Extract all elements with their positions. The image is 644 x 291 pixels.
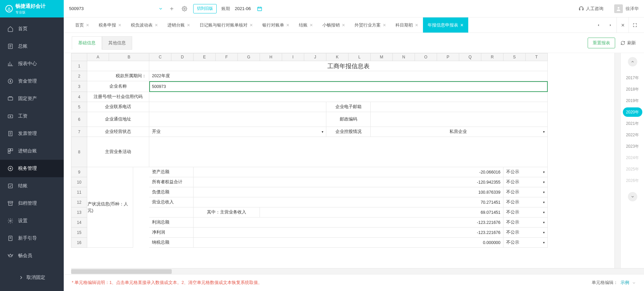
tab-next-button[interactable] [604,17,616,33]
nav-item-invoice[interactable]: 发票管理 [0,125,64,142]
cell[interactable]: 净利润 [149,228,194,238]
consult-button[interactable]: 人工咨询 [579,6,603,12]
cell[interactable]: 企业控股情况 [326,127,371,137]
company-select[interactable]: 500973 [69,4,163,14]
inner-tab-basic[interactable]: 基础信息 [72,36,102,50]
nav-item-gear[interactable]: 设置 [0,212,64,230]
cell[interactable]: 负债总额 [149,187,194,197]
close-icon[interactable]: ✕ [86,23,89,28]
publicity-select[interactable]: 不公示▾ [503,197,548,207]
nav-item-ledger[interactable]: 总账 [0,38,64,55]
year-2026年[interactable]: 2026年 [623,176,642,185]
nav-item-money[interactable]: 资金管理 [0,72,64,90]
switch-old-version-button[interactable]: 切到旧版 [193,4,217,13]
year-2019年[interactable]: 2019年 [623,96,642,105]
nav-item-chart[interactable]: 报表中心 [0,55,64,72]
company-name-cell[interactable]: 500973 [149,81,548,92]
year-2023年[interactable]: 2023年 [623,142,642,151]
cell[interactable]: -120.942355 [194,177,503,187]
row-header-11[interactable]: 11 [71,187,87,197]
tab-4[interactable]: 日记账与银行对账单核对✕ [195,17,258,33]
col-header-T[interactable]: T [526,53,548,61]
publicity-select[interactable]: 不公示▾ [503,207,548,217]
cell[interactable]: 2022年度 [149,71,548,81]
nav-item-archive[interactable]: 归档管理 [0,195,64,212]
cell[interactable]: 利润总额 [149,217,194,228]
col-header-O[interactable]: O [415,53,437,61]
tab-6[interactable]: 结账✕ [294,17,318,33]
cell[interactable]: 纳税总额 [149,238,194,248]
year-up-button[interactable] [628,57,637,66]
sheet-corner[interactable] [71,53,87,61]
cell[interactable]: 所有者权益合计 [149,177,194,187]
cell[interactable] [149,102,326,112]
nav-item-guide[interactable]: 新手引导 [0,230,64,247]
col-header-F[interactable]: F [216,53,238,61]
year-2021年[interactable]: 2021年 [623,119,642,128]
tab-1[interactable]: 税务申报✕ [94,17,126,33]
row-header-9[interactable]: 9 [71,167,87,177]
tab-7[interactable]: 小畅报销✕ [318,17,350,33]
example-link[interactable]: 示例 [621,280,629,286]
tab-10[interactable]: 年报信息申报表✕ [423,17,468,33]
cell[interactable]: -20.066016 [194,167,503,177]
row-header-8[interactable]: 8 [71,137,87,167]
horizontal-scrollbar[interactable] [71,268,644,274]
close-icon[interactable]: ✕ [342,23,345,28]
cell[interactable]: 注册号/统一社会信用代码 [87,92,149,102]
col-header-N[interactable]: N [393,53,415,61]
vertical-scrollbar[interactable] [614,53,621,268]
calendar-icon[interactable] [257,6,262,11]
fullscreen-button[interactable] [629,17,641,33]
cell[interactable]: 资产总额 [149,167,194,177]
row-header-13[interactable]: 13 [71,207,87,217]
row-header-6[interactable]: 6 [71,112,87,127]
col-header-A[interactable]: A [87,53,109,61]
row-header-4[interactable]: 4 [71,92,87,102]
biz-status-select[interactable]: 开业▾ [149,127,326,137]
close-icon[interactable]: ✕ [383,23,386,28]
year-2024年[interactable]: 2024年 [623,153,642,162]
cell[interactable] [149,112,326,127]
row-header-10[interactable]: 10 [71,177,87,187]
cell[interactable]: 0.000000 [194,238,503,248]
row-header-5[interactable]: 5 [71,102,87,112]
cell[interactable] [149,137,548,167]
nav-item-asset[interactable]: 固定资产 [0,90,64,107]
close-icon[interactable]: ✕ [187,23,190,28]
publicity-select[interactable]: 不公示▾ [503,187,548,197]
cell[interactable] [371,112,548,127]
col-header-C[interactable]: C [149,53,171,61]
close-icon[interactable]: ✕ [415,23,418,28]
cell[interactable] [371,102,548,112]
publicity-select[interactable]: 不公示▾ [503,217,548,228]
cell[interactable]: 企业联系电话 [87,102,149,112]
nav-item-home[interactable]: 首页 [0,20,64,38]
nav-item-salary[interactable]: 工资 [0,107,64,125]
spreadsheet[interactable]: ABCDEFGHIJKLMNOPQRST1工商年报信息表2税款所属期间：2022… [71,53,614,263]
col-header-L[interactable]: L [348,53,371,61]
row-header-2[interactable]: 2 [71,71,87,81]
year-2025年[interactable]: 2025年 [623,164,642,174]
reset-report-button[interactable]: 重置报表 [588,38,615,48]
nav-item-vip[interactable]: 畅会员 [0,247,64,264]
col-header-E[interactable]: E [194,53,216,61]
col-header-H[interactable]: H [260,53,282,61]
cell[interactable] [149,92,548,102]
row-header-15[interactable]: 15 [71,228,87,238]
col-header-R[interactable]: R [481,53,503,61]
refresh-button[interactable]: 刷新 [621,40,636,46]
tab-0[interactable]: 首页✕ [70,17,94,33]
row-header-7[interactable]: 7 [71,127,87,137]
close-icon[interactable]: ✕ [250,23,253,28]
cell[interactable]: -123.221676 [194,228,503,238]
col-header-D[interactable]: D [171,53,194,61]
cell[interactable]: 企业通信地址 [87,112,149,127]
col-header-P[interactable]: P [437,53,459,61]
close-icon[interactable]: ✕ [286,23,289,28]
year-2018年[interactable]: 2018年 [623,85,642,94]
cell[interactable]: 营业总收入 [149,197,194,207]
col-header-S[interactable]: S [503,53,526,61]
row-header-16[interactable]: 16 [71,238,87,248]
inner-tab-other[interactable]: 其他信息 [102,36,132,50]
